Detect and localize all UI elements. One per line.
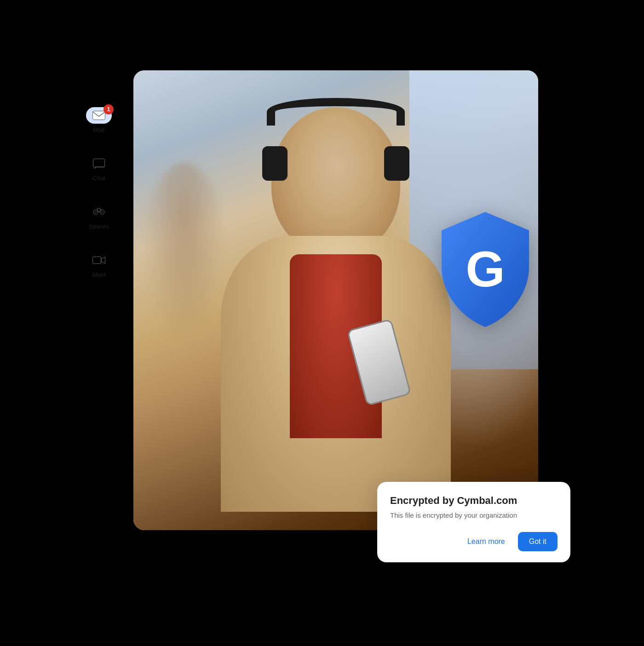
meet-icon-wrap: [86, 252, 112, 269]
svg-point-4: [95, 211, 97, 213]
chat-label: Chat: [92, 175, 105, 182]
chat-icon: [93, 159, 105, 169]
mail-icon: [92, 111, 105, 120]
mail-icon-wrap: 1: [86, 107, 112, 124]
meet-label: Meet: [92, 271, 106, 278]
got-it-button[interactable]: Got it: [518, 532, 558, 551]
spaces-label: Spaces: [89, 223, 109, 230]
svg-rect-1: [93, 159, 105, 167]
headphone-band: [267, 98, 405, 126]
mail-label: Mail: [93, 126, 104, 133]
svg-rect-0: [93, 111, 105, 120]
dialog-actions: Learn more Got it: [390, 532, 558, 551]
encryption-dialog: Encrypted by Cymbal.com This file is enc…: [377, 482, 570, 562]
sidebar-item-chat[interactable]: Chat: [86, 155, 112, 182]
mail-badge: 1: [104, 104, 114, 114]
headphone-ear-left: [262, 146, 288, 181]
dialog-title: Encrypted by Cymbal.com: [390, 495, 558, 507]
background-people: [143, 162, 225, 346]
meet-icon: [92, 256, 105, 265]
sidebar-item-meet[interactable]: Meet: [86, 252, 112, 278]
svg-rect-7: [93, 257, 101, 263]
spaces-icon-wrap: [86, 204, 112, 220]
headphones: [262, 98, 409, 181]
person-jacket: [221, 236, 451, 512]
headphone-ear-right: [384, 146, 409, 181]
svg-text:G: G: [466, 240, 505, 297]
spaces-icon: [92, 207, 106, 217]
sidebar-item-spaces[interactable]: Spaces: [86, 204, 112, 230]
learn-more-button[interactable]: Learn more: [460, 533, 512, 550]
svg-point-6: [97, 208, 101, 212]
sidebar-item-mail[interactable]: 1 Mail: [86, 107, 112, 133]
sidebar: 1 Mail Chat: [69, 107, 129, 278]
dialog-body: This file is encrypted by your organizat…: [390, 511, 558, 519]
chat-icon-wrap: [86, 155, 112, 172]
google-shield-icon: G: [432, 208, 538, 332]
svg-point-5: [101, 211, 103, 213]
